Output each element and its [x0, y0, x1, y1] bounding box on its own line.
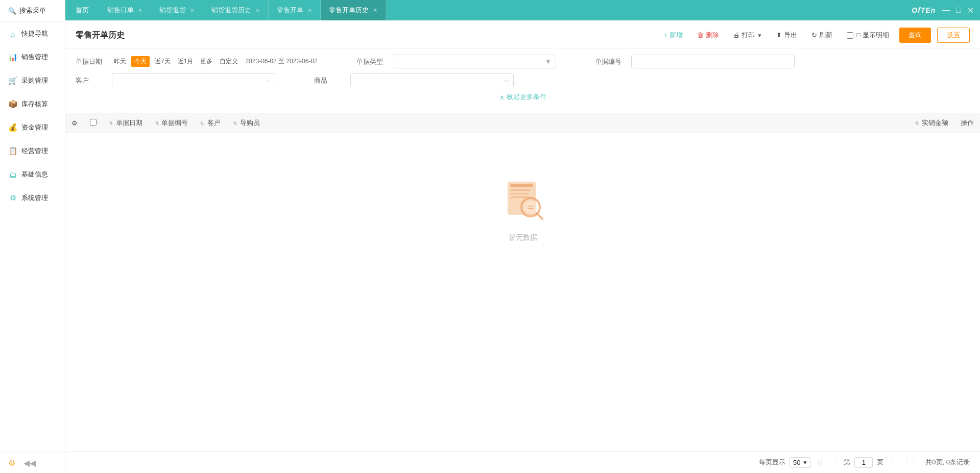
sort-salesperson-icon: ⇅ [233, 120, 237, 126]
th-number[interactable]: ⇅ 单据编号 [149, 113, 195, 133]
sort-amount-icon: ⇅ [915, 120, 919, 126]
sort-customer-icon: ⇅ [200, 120, 204, 126]
tab-sales-order[interactable]: 销售订单 ✕ [99, 0, 151, 20]
date-custom-btn[interactable]: 自定义 [218, 56, 240, 67]
filter-row-2: 客户 ··· 商品 ··· [76, 73, 970, 87]
table-area: ⚙ ⇅ 单据日期 ⇅ 单据编号 [65, 113, 980, 451]
sidebar-item-operations[interactable]: 📋 经营管理 [0, 139, 65, 163]
th-action: 操作 [954, 113, 980, 133]
customer-filter-input[interactable]: ··· [112, 73, 275, 87]
th-customer-label: 客户 [207, 119, 221, 127]
th-amount[interactable]: ⇅ 实销金额 [909, 113, 954, 133]
sidebar-item-sales[interactable]: 📊 销售管理 [0, 45, 65, 69]
export-button[interactable]: ⬆ 导出 [772, 29, 801, 42]
settings-gear-icon[interactable]: ⚙ [8, 458, 15, 468]
sidebar: 🔍 搜索采单 ⌂ 快捷导航 📊 销售管理 🛒 采购管理 📦 库存核算 💰 资金管… [0, 0, 65, 473]
customer-filter-label: 客户 [76, 76, 104, 85]
collapse-label: 收起更多条件 [507, 92, 546, 102]
prev-page-button[interactable]: 〈 [828, 457, 840, 468]
goods-filter-label: 商品 [314, 76, 342, 85]
tab-sales-return[interactable]: 销货退货 ✕ [151, 0, 203, 20]
type-filter-label: 单据类型 [356, 57, 385, 66]
last-page-button[interactable]: 〉〉 [903, 457, 921, 468]
delete-button[interactable]: 🗑 删除 [693, 29, 723, 42]
display-detail-checkbox[interactable] [847, 32, 853, 39]
type-filter-select[interactable]: ▼ [393, 55, 556, 68]
tab-home[interactable]: 首页 [65, 0, 99, 20]
collapse-sidebar-icon[interactable]: ◀◀ [23, 458, 36, 468]
main-content: 首页 销售订单 ✕ 销货退货 ✕ 销货退货历史 ✕ 零售开单 ✕ 零售开单历史 … [65, 0, 980, 473]
window-close-button[interactable]: ✕ [967, 6, 974, 15]
sidebar-item-label: 采购管理 [21, 76, 48, 85]
th-customer[interactable]: ⇅ 客户 [194, 113, 227, 133]
query-button[interactable]: 查询 [899, 28, 931, 43]
filter-row-collapse: ∧ 收起更多条件 [76, 92, 970, 102]
th-gear[interactable]: ⚙ [65, 113, 84, 133]
table-header: ⚙ ⇅ 单据日期 ⇅ 单据编号 [65, 113, 980, 133]
type-select-dropdown-icon: ▼ [545, 58, 552, 65]
close-tab-sales-return-history-icon[interactable]: ✕ [255, 7, 260, 14]
svg-rect-1 [510, 184, 533, 187]
sidebar-item-finance[interactable]: 💰 资金管理 [0, 116, 65, 139]
nav-right-controls: OfTEn — □ ✕ [912, 6, 980, 15]
first-page-button[interactable]: ⟨⟨ [815, 457, 824, 467]
sidebar-item-inventory[interactable]: 📦 库存核算 [0, 92, 65, 116]
tab-retail-open-history[interactable]: 零售开单历史 ✕ [321, 0, 386, 20]
window-minimize-button[interactable]: — [942, 6, 950, 15]
date-7days-btn[interactable]: 近7天 [153, 56, 173, 67]
display-detail-button[interactable]: □ 显示明细 [843, 29, 893, 42]
setting-button[interactable]: 设置 [937, 28, 970, 43]
page-size-select[interactable]: 50 ▼ [790, 457, 811, 468]
sidebar-item-quick-nav[interactable]: ⌂ 快捷导航 [0, 22, 65, 45]
collapse-more-btn[interactable]: ∧ 收起更多条件 [499, 92, 546, 102]
goods-dots-icon[interactable]: ··· [504, 77, 509, 84]
th-amount-label: 实销金额 [922, 119, 948, 127]
date-today-btn[interactable]: 今天 [131, 56, 150, 67]
number-filter-input[interactable] [631, 55, 795, 68]
add-button[interactable]: + 新增 [660, 29, 687, 42]
th-salesperson[interactable]: ⇅ 导购员 [227, 113, 266, 133]
number-input-field[interactable] [636, 58, 790, 65]
filter-area: 单据日期 昨天 今天 近7天 近1月 更多 自定义 2023-06-02 至 2… [65, 48, 980, 113]
sidebar-item-purchase[interactable]: 🛒 采购管理 [0, 69, 65, 92]
close-tab-retail-open-icon[interactable]: ✕ [307, 7, 312, 14]
refresh-button[interactable]: ↻ 刷新 [807, 29, 836, 42]
th-date[interactable]: ⇅ 单据日期 [103, 113, 149, 133]
th-checkbox[interactable] [84, 113, 103, 133]
filter-row-1: 单据日期 昨天 今天 近7天 近1月 更多 自定义 2023-06-02 至 2… [76, 55, 970, 68]
empty-state-row: 暂无数据 [65, 133, 980, 263]
sidebar-item-label: 基础信息 [21, 170, 48, 179]
close-tab-sales-order-icon[interactable]: ✕ [138, 7, 142, 14]
sidebar-item-basic-info[interactable]: 🗂 基础信息 [0, 163, 65, 186]
date-filter-label: 单据日期 [76, 57, 104, 66]
close-tab-retail-open-history-icon[interactable]: ✕ [373, 7, 377, 14]
date-more-btn[interactable]: 更多 [198, 56, 214, 67]
sidebar-item-system[interactable]: ⚙ 系统管理 [0, 186, 65, 210]
toolbar: + 新增 🗑 删除 🖨 打印 ▼ ⬆ 导出 ↻ 刷新 □ 显示明细 查询 设置 [660, 28, 970, 43]
customer-dots-icon[interactable]: ··· [265, 77, 271, 84]
system-icon: ⚙ [8, 193, 17, 203]
close-tab-sales-return-icon[interactable]: ✕ [190, 7, 195, 14]
page-size-label: 每页显示 [759, 458, 785, 467]
data-table: ⚙ ⇅ 单据日期 ⇅ 单据编号 [65, 113, 980, 263]
page-word: 第 [844, 458, 850, 467]
th-action-label: 操作 [961, 119, 974, 127]
finance-icon: 💰 [8, 123, 17, 132]
gear-settings-icon[interactable]: ⚙ [71, 119, 78, 127]
page-content: 零售开单历史 + 新增 🗑 删除 🖨 打印 ▼ ⬆ 导出 ↻ 刷新 □ 显示明细… [65, 20, 980, 473]
date-1month-btn[interactable]: 近1月 [176, 56, 196, 67]
print-dropdown-icon[interactable]: ▼ [757, 33, 762, 38]
goods-filter-input[interactable]: ··· [350, 73, 514, 87]
print-button[interactable]: 🖨 打印 ▼ [729, 29, 767, 42]
select-all-checkbox[interactable] [90, 119, 97, 126]
sidebar-item-label: 销售管理 [21, 53, 48, 62]
collapse-up-icon: ∧ [499, 93, 505, 101]
window-maximize-button[interactable]: □ [956, 6, 961, 15]
page-number-input[interactable]: 1 [854, 457, 873, 468]
next-page-button[interactable]: 〉 [888, 457, 899, 468]
tab-sales-return-history[interactable]: 销货退货历史 ✕ [203, 0, 269, 20]
page-size-value: 50 [793, 459, 800, 466]
sidebar-search[interactable]: 🔍 搜索采单 [0, 0, 65, 22]
tab-retail-open[interactable]: 零售开单 ✕ [269, 0, 321, 20]
date-yesterday-btn[interactable]: 昨天 [112, 56, 128, 67]
